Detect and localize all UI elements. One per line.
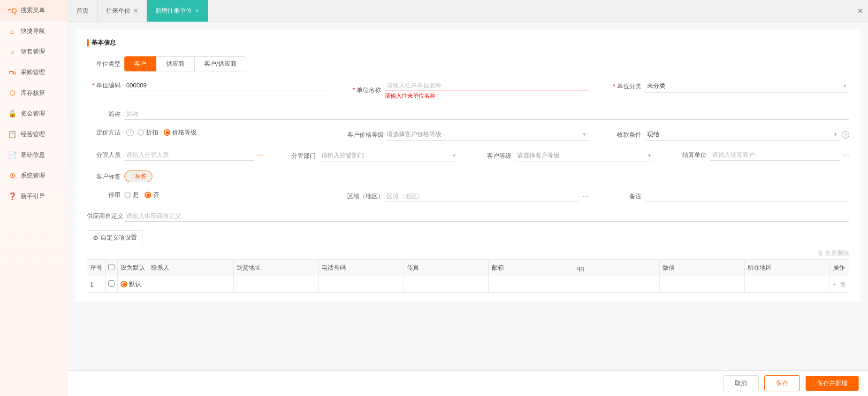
finance-icon: 🔒 [8, 109, 17, 118]
unit-category-value: 未分类 [647, 82, 840, 90]
customer-price-level-select[interactable]: 请选择客户价格等级 ▼ [385, 128, 589, 141]
customer-level-placeholder: 请选择客户等级 [517, 151, 645, 160]
search-icon: ≡Q [8, 6, 17, 15]
contact-input[interactable] [151, 281, 230, 288]
manager-label: 分管人员 [87, 151, 121, 159]
add-tag-button[interactable]: + 标签 [124, 171, 152, 182]
cancel-button[interactable]: 取消 [723, 375, 759, 391]
row-code-name-category: 单位编码 单位名称 请输入往来单位名称 单位分类 未分类 ▼ [87, 80, 849, 100]
radio-no-circle [145, 192, 151, 198]
region-input[interactable] [385, 191, 580, 202]
cell-action: + 🗑 [830, 276, 849, 293]
sidebar-item-operation[interactable]: 📋 经营管理 [0, 124, 68, 145]
cell-default: 默认 [118, 276, 148, 293]
add-row-icon[interactable]: + [833, 280, 837, 288]
row-short-name: 简称 [87, 109, 849, 120]
radio-no-label: 否 [153, 191, 159, 199]
field-short-name: 简称 [87, 109, 849, 120]
customer-price-level-placeholder: 请选择客户价格等级 [387, 130, 580, 139]
phone-input[interactable] [321, 281, 401, 288]
unit-name-wrap: 请输入往来单位名称 [385, 80, 589, 100]
sidebar-item-label: 资金管理 [21, 109, 45, 118]
address-input[interactable] [236, 281, 316, 288]
sidebar-item-shortcut[interactable]: ⌂ 快捷导航 [0, 21, 68, 41]
section-title-text: 基本信息 [91, 39, 116, 47]
sidebar-item-inventory[interactable]: ⬡ 库存核算 [0, 83, 68, 103]
qq-input[interactable] [577, 281, 656, 288]
region-cell-input[interactable] [747, 281, 827, 288]
department-placeholder: 请输入分管部门 [321, 151, 449, 160]
settlement-unit-more-icon[interactable]: ··· [843, 151, 849, 159]
chevron-down-icon4: ▼ [452, 153, 457, 158]
sidebar-item-sales[interactable]: ○ 销售管理 [0, 41, 68, 62]
sidebar-item-finance[interactable]: 🔒 资金管理 [0, 103, 68, 124]
field-pricing-method: 定价方法 ? 折扣 价格等级 [87, 128, 328, 137]
sidebar-item-label: 快捷导航 [21, 27, 45, 35]
remark-input[interactable] [645, 191, 849, 202]
remark-label: 备注 [608, 192, 641, 201]
pricing-method-label: 定价方法 [87, 128, 121, 137]
unit-code-input[interactable] [124, 80, 328, 91]
cell-fax [404, 276, 489, 293]
tab-new-partner-close[interactable]: ✕ [195, 8, 199, 14]
manager-more-icon[interactable]: ··· [257, 151, 263, 159]
sidebar-item-purchase[interactable]: 🛍 采购管理 [0, 62, 68, 83]
payment-terms-help-icon[interactable]: ? [842, 131, 849, 139]
radio-price-level[interactable]: 价格等级 [164, 128, 197, 137]
tab-partner-close[interactable]: ✕ [133, 8, 138, 14]
field-supplier-custom: 供应商自定义 [87, 210, 849, 222]
sidebar-item-basic[interactable]: 📄 基础信息 [0, 145, 68, 165]
disabled-label: 停用 [87, 191, 121, 199]
col-phone: 电话号码 [319, 260, 404, 276]
field-disabled: 停用 是 否 [87, 191, 328, 199]
radio-no[interactable]: 否 [145, 191, 159, 199]
unit-name-input[interactable] [385, 80, 589, 91]
unit-type-label: 单位类型 [87, 60, 121, 68]
btn-both[interactable]: 客户/供应商 [194, 56, 246, 71]
col-address: 到货地址 [233, 260, 319, 276]
select-all-checkbox[interactable] [108, 264, 114, 270]
department-select[interactable]: 请输入分管部门 ▼ [320, 149, 458, 162]
cell-wechat [659, 276, 745, 293]
save-button[interactable]: 保存 [764, 375, 800, 391]
fax-input[interactable] [407, 281, 486, 288]
purchase-icon: 🛍 [8, 68, 17, 77]
manager-input[interactable] [124, 149, 254, 161]
sidebar-item-guide[interactable]: ❓ 新手引导 [0, 186, 68, 207]
wechat-input[interactable] [662, 281, 742, 288]
close-all-tabs-icon[interactable]: ✕ [857, 6, 863, 15]
col-contact: 联系人 [148, 260, 234, 276]
btn-supplier[interactable]: 供应商 [156, 56, 194, 71]
tab-partner-label: 往来单位 [106, 7, 130, 15]
sidebar-item-label: 销售管理 [21, 47, 45, 56]
delete-row-icon[interactable]: 🗑 [839, 280, 846, 288]
email-input[interactable] [492, 281, 571, 288]
unit-category-select[interactable]: 未分类 ▼ [645, 80, 849, 93]
btn-customer[interactable]: 客户 [124, 56, 156, 71]
contact-table: 序号 设为默认 联系人 到货地址 电话号码 传真 邮箱 qq 微信 所在地区 操… [87, 259, 849, 293]
pricing-help-icon[interactable]: ? [126, 129, 134, 136]
short-name-input[interactable] [124, 109, 849, 120]
radio-yes[interactable]: 是 [124, 191, 139, 199]
radio-discount-label: 折扣 [146, 128, 158, 137]
batch-delete-button[interactable]: 🗑 批量删除 [817, 249, 849, 257]
customer-level-select[interactable]: 请选择客户等级 ▼ [515, 149, 654, 162]
region-label: 区域（地区） [347, 192, 381, 201]
tab-new-partner[interactable]: 新增往来单位 ✕ [147, 0, 208, 22]
custom-settings-button[interactable]: ⚙ 自定义项设置 [87, 230, 143, 245]
tab-home[interactable]: 首页 [68, 0, 98, 22]
settlement-unit-input[interactable] [710, 149, 840, 161]
radio-yes-label: 是 [133, 191, 139, 199]
sidebar-item-search[interactable]: ≡Q 搜索菜单 [0, 0, 68, 21]
row-checkbox[interactable] [108, 280, 114, 287]
region-more-icon[interactable]: ··· [583, 192, 589, 201]
sidebar-item-system[interactable]: ⚙ 系统管理 [0, 165, 68, 186]
sidebar-item-label: 新手引导 [21, 192, 45, 201]
payment-terms-select[interactable]: 现结 ▼ [645, 128, 840, 141]
tab-partner[interactable]: 往来单位 ✕ [98, 0, 147, 22]
save-and-new-button[interactable]: 保存并新增 [806, 376, 859, 391]
radio-discount[interactable]: 折扣 [137, 128, 158, 137]
radio-default[interactable]: 默认 [121, 280, 145, 288]
supplier-custom-input[interactable] [124, 210, 849, 222]
field-remark: 备注 [608, 191, 849, 202]
